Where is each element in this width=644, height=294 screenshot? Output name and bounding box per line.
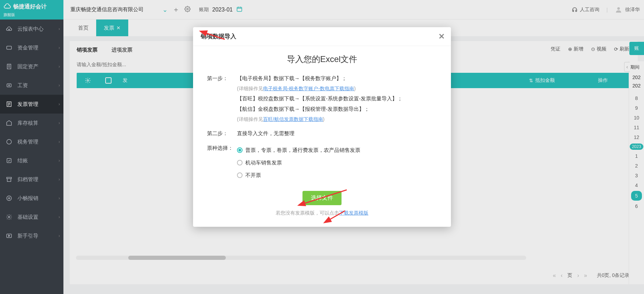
step1-label: 第一步： [207,73,237,124]
radio-selected-icon [237,147,243,153]
step2-text: 直接导入文件，无需整理 [237,128,437,139]
modal-close-button[interactable]: ✕ [438,32,445,41]
etax-guide-link[interactable]: 电子税务局-税务数字账户-数电票下载指南 [263,86,354,91]
radio-unselected-icon [237,172,243,178]
step1-line1: 【电子税务局】数据下载→【税务数字账户】； [237,73,437,84]
download-template-link[interactable]: 下载发票模版 [339,210,368,216]
select-file-button[interactable]: 选择文件 [302,191,342,205]
baiwang-guide-link[interactable]: 百旺/航信发票数据下载指南 [263,116,323,122]
invoice-type-option-vehicle[interactable]: 机动车销售发票 [237,157,437,168]
invoice-type-option-none[interactable]: 不开票 [237,170,437,180]
invoice-type-label: 票种选择： [207,143,237,183]
step1-line3: 【航信】金税盘数据下载→【报税管理-发票数据导出】； [237,104,437,114]
modal-title: 销项数据导入 [201,32,236,40]
modal-header: 销项数据导入 ✕ [193,27,451,46]
step2-label: 第二步： [207,128,237,139]
step1-line2: 【百旺】税控盘数据下载→【系统设置-系统参数设置-发票批量导入】； [237,93,437,104]
modal-heading: 导入您的Excel文件 [193,54,451,65]
invoice-type-option-general[interactable]: 普票，专票，卷票，通行费发票，农产品销售发票 [237,145,437,155]
import-modal: 销项数据导入 ✕ 导入您的Excel文件 第一步： 【电子税务局】数据下载→【税… [193,27,451,227]
template-hint: 若您没有发票模版，可以点击下载发票模版 [193,210,451,216]
modal-mask: 销项数据导入 ✕ 导入您的Excel文件 第一步： 【电子税务局】数据下载→【税… [0,0,644,294]
radio-unselected-icon [237,160,243,165]
